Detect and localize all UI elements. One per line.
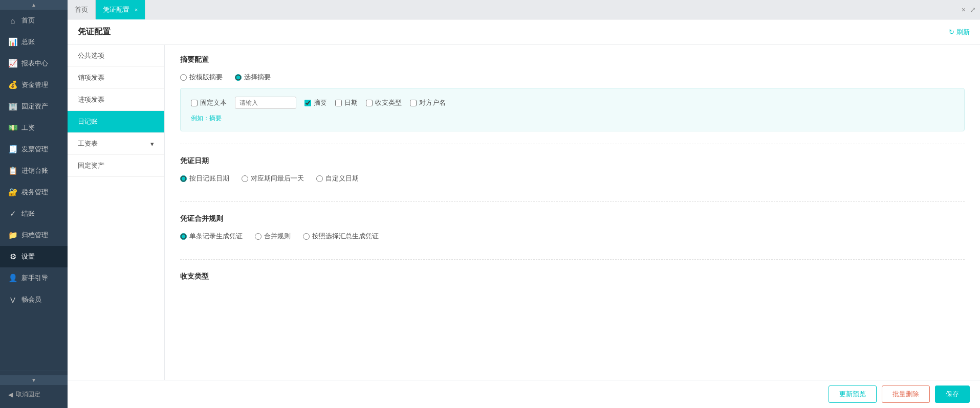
voucher-date-section: 凭证日期 按日记账日期 对应期间最后一天 自定义日期 [180,156,965,202]
tab-close-icon[interactable]: × [135,7,138,13]
left-nav-public[interactable]: 公共选项 [68,45,164,67]
salary-icon: 💵 [8,123,17,132]
radio-select-summary[interactable]: 选择摘要 [235,73,271,82]
left-nav-payroll[interactable]: 工资表 ▾ [68,133,164,155]
bottom-bar: 更新预览 批量删除 保存 [68,380,980,408]
radio-custom-date[interactable]: 自定义日期 [316,174,359,183]
sidebar-item-invoice-mgmt[interactable]: 🧾 发票管理 [0,139,68,160]
radio-select-merge[interactable]: 按照选择汇总生成凭证 [303,232,379,241]
tab-bar: 首页 凭证配置 × × ⤢ [68,0,980,19]
sidebar-item-home[interactable]: ⌂ 首页 [0,10,68,31]
assets-icon: 🏢 [8,102,17,111]
merge-rules-radio-group: 单条记录生成凭证 合并规则 按照选择汇总生成凭证 [180,232,965,241]
sidebar-item-settlement[interactable]: ✓ 结账 [0,203,68,224]
summary-radio-group: 按模版摘要 选择摘要 [180,73,965,82]
fixed-text-input[interactable] [235,97,296,109]
chevron-down-icon: ▾ [150,140,154,148]
summary-example: 例如：摘要 [191,114,954,123]
page-header: 凭证配置 ↻ 刷新 [68,19,980,45]
settings-icon: ⚙ [8,252,17,261]
checkbox-fixed-text[interactable]: 固定文本 [191,98,227,107]
radio-single-record[interactable]: 单条记录生成凭证 [180,232,243,241]
summary-config-section: 摘要配置 按模版摘要 选择摘要 [180,55,965,144]
settlement-icon: ✓ [8,209,17,218]
guide-icon: 👤 [8,274,17,283]
summary-config-title: 摘要配置 [180,55,965,64]
summary-box: 固定文本 摘要 日期 [180,88,965,131]
ledger-icon: 📊 [8,37,17,47]
voucher-date-radio-group: 按日记账日期 对应期间最后一天 自定义日期 [180,174,965,183]
tab-bar-actions: × ⤢ [962,6,980,14]
radio-journal-date[interactable]: 按日记账日期 [180,174,229,183]
sidebar-item-guide[interactable]: 👤 新手引导 [0,267,68,289]
save-button[interactable]: 保存 [935,386,970,403]
right-content: 摘要配置 按模版摘要 选择摘要 [165,45,980,380]
refresh-button[interactable]: ↻ 刷新 [949,28,970,37]
sidebar-bottom: ▼ ◀ 取消固定 [0,371,68,408]
close-window-icon[interactable]: × [962,6,966,14]
sidebar-item-vip[interactable]: V 畅会员 [0,289,68,310]
tab-home[interactable]: 首页 [68,0,96,19]
sidebar-scroll-down[interactable]: ▼ [0,375,68,385]
archive-icon: 📁 [8,231,17,240]
sidebar-scroll-up[interactable]: ▲ [0,0,68,10]
sidebar-item-salary[interactable]: 💵 工资 [0,117,68,139]
sidebar-item-settings[interactable]: ⚙ 设置 [0,246,68,267]
left-nav-sales-invoice[interactable]: 销项发票 [68,67,164,89]
checkbox-income-type[interactable]: 收支类型 [366,98,402,107]
update-preview-button[interactable]: 更新预览 [829,386,877,403]
sidebar-item-reports[interactable]: 📈 报表中心 [0,53,68,74]
sidebar-item-archive[interactable]: 📁 归档管理 [0,224,68,246]
left-nav-fixed-assets[interactable]: 固定资产 [68,155,164,177]
tax-icon: 🔐 [8,188,17,197]
main-area: 首页 凭证配置 × × ⤢ 凭证配置 ↻ 刷新 公共选项 [68,0,980,408]
radio-merge-rules[interactable]: 合并规则 [255,232,291,241]
sidebar-item-tax[interactable]: 🔐 税务管理 [0,182,68,203]
summary-checkboxes-row: 固定文本 摘要 日期 [191,97,954,109]
merge-rules-section: 凭证合并规则 单条记录生成凭证 合并规则 按照选择汇总生成凭证 [180,214,965,260]
left-nav-purchase-invoice[interactable]: 进项发票 [68,89,164,111]
voucher-date-title: 凭证日期 [180,156,965,166]
radio-template-summary[interactable]: 按模版摘要 [180,73,223,82]
reports-icon: 📈 [8,59,17,68]
left-nav: 公共选项 销项发票 进项发票 日记账 工资表 ▾ 固定资产 [68,45,165,380]
sidebar: ▲ ⌂ 首页 📊 总账 📈 报表中心 💰 资金管理 🏢 固定资产 💵 工资 🧾 … [0,0,68,408]
funds-icon: 💰 [8,80,17,89]
sidebar-item-assets[interactable]: 🏢 固定资产 [0,96,68,117]
sidebar-item-sales-ledger[interactable]: 📋 进销台账 [0,160,68,182]
checkbox-date[interactable]: 日期 [335,98,358,107]
page-title: 凭证配置 [78,27,111,37]
income-type-title: 收支类型 [180,272,965,281]
content-area: 凭证配置 ↻ 刷新 公共选项 销项发票 进项发票 日记账 [68,19,980,408]
body-layout: 公共选项 销项发票 进项发票 日记账 工资表 ▾ 固定资产 [68,45,980,380]
invoice-mgmt-icon: 🧾 [8,145,17,154]
sidebar-item-funds[interactable]: 💰 资金管理 [0,74,68,96]
refresh-icon: ↻ [949,28,954,36]
vip-icon: V [8,296,17,304]
left-nav-journal[interactable]: 日记账 [68,111,164,133]
income-type-section: 收支类型 [180,272,965,302]
home-icon: ⌂ [8,16,17,25]
batch-delete-button[interactable]: 批量删除 [882,386,930,403]
resize-window-icon[interactable]: ⤢ [970,6,976,14]
sales-ledger-icon: 📋 [8,166,17,175]
merge-rules-title: 凭证合并规则 [180,214,965,223]
tab-voucher-config[interactable]: 凭证配置 × [96,0,145,19]
checkbox-summary[interactable]: 摘要 [304,98,327,107]
pin-icon: ◀ [8,391,13,398]
sidebar-item-ledger[interactable]: 📊 总账 [0,31,68,53]
checkbox-counterparty[interactable]: 对方户名 [410,98,446,107]
cancel-pin-button[interactable]: ◀ 取消固定 [0,385,68,404]
radio-last-day[interactable]: 对应期间最后一天 [242,174,304,183]
